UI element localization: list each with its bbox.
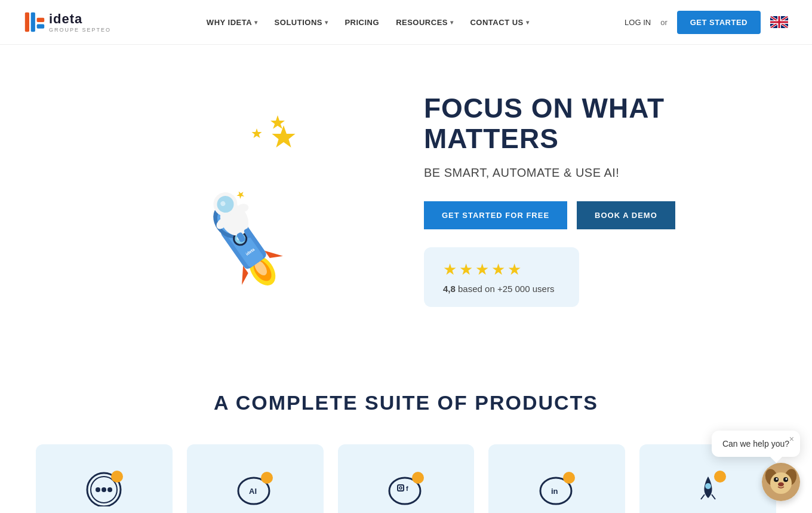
star-4: ★	[491, 260, 505, 279]
star-3: ★	[475, 260, 489, 279]
svg-point-34	[107, 487, 112, 492]
logo-name: ideta	[49, 11, 111, 27]
hero-buttons: GET STARTED FOR FREE BOOK A DEMO	[424, 201, 675, 229]
hero-section: ideta FOCUS ON WHAT M	[0, 45, 812, 355]
chevron-down-icon: ▾	[526, 19, 530, 26]
logo-icon	[24, 11, 45, 33]
main-nav: WHY IDETA ▾ SOLUTIONS ▾ PRICING RESOURCE…	[207, 18, 529, 27]
linkedin-assistant-icon: in	[533, 468, 581, 510]
nav-why-ideta[interactable]: WHY IDETA ▾	[207, 18, 258, 27]
svg-rect-40	[398, 485, 404, 491]
hero-content: FOCUS ON WHAT MATTERS BE SMART, AUTOMATE…	[400, 93, 764, 306]
header-right: LOG IN or GET STARTED	[625, 11, 788, 34]
star-5: ★	[508, 260, 521, 279]
svg-rect-0	[25, 13, 29, 32]
stars-decoration	[252, 115, 296, 148]
svg-point-32	[96, 487, 100, 492]
products-grid: Livechat Start interacting with AI AI Ch…	[36, 444, 776, 513]
chevron-down-icon: ▾	[450, 19, 454, 26]
svg-point-35	[111, 471, 123, 483]
svg-marker-6	[270, 115, 285, 129]
community-icon: f	[382, 468, 430, 510]
star-2: ★	[459, 260, 473, 279]
chat-close-button[interactable]: ×	[789, 434, 794, 444]
chat-bubble-text: Can we help you?	[722, 439, 789, 449]
logo-text: ideta GROUPE SEPTEO	[49, 11, 111, 33]
product-card-livechat[interactable]: Livechat Start interacting with	[36, 444, 173, 513]
rating-box: ★ ★ ★ ★ ★ 4,8 based on +25 000 users	[424, 247, 579, 307]
products-section: A COMPLETE SUITE OF PRODUCTS Livechat St…	[0, 355, 812, 513]
language-selector[interactable]	[770, 16, 788, 28]
chat-avatar[interactable]	[762, 463, 800, 501]
hero-image: ideta	[60, 87, 400, 314]
svg-marker-7	[252, 128, 262, 138]
nav-pricing[interactable]: PRICING	[345, 18, 379, 27]
rating-text: 4,8 based on +25 000 users	[443, 284, 560, 294]
svg-point-57	[778, 483, 784, 487]
nav-solutions[interactable]: SOLUTIONS ▾	[275, 18, 328, 27]
svg-rect-2	[37, 18, 45, 22]
svg-point-43	[412, 472, 424, 484]
hero-title: FOCUS ON WHAT MATTERS	[424, 93, 764, 153]
nav-contact-us[interactable]: CONTACT US ▾	[470, 18, 529, 27]
svg-marker-5	[272, 125, 295, 148]
hero-subtitle: BE SMART, AUTOMATE & USE AI!	[424, 166, 619, 180]
svg-point-38	[261, 472, 273, 484]
login-link[interactable]: LOG IN	[625, 18, 651, 27]
svg-rect-3	[37, 24, 45, 29]
product-card-linkedin[interactable]: in AI Assistant for Linkedin	[488, 444, 625, 513]
svg-rect-1	[31, 13, 35, 32]
book-demo-button[interactable]: BOOK A DEMO	[577, 201, 675, 229]
chatbot-icon: AI	[231, 468, 279, 510]
hero-illustration: ideta	[116, 105, 343, 296]
livechat-icon	[80, 468, 128, 510]
svg-text:in: in	[551, 487, 558, 496]
header: ideta GROUPE SEPTEO WHY IDETA ▾ SOLUTION…	[0, 0, 812, 45]
svg-point-47	[705, 483, 711, 489]
svg-point-33	[102, 487, 106, 492]
header-get-started-button[interactable]: GET STARTED	[677, 11, 761, 34]
svg-text:AI: AI	[249, 487, 257, 496]
nav-resources[interactable]: RESOURCES ▾	[396, 18, 453, 27]
svg-point-41	[399, 487, 402, 489]
product-card-chatbot[interactable]: AI AI Chatbot Build your own	[187, 444, 324, 513]
products-title: A COMPLETE SUITE OF PRODUCTS	[36, 391, 776, 414]
star-1: ★	[443, 260, 457, 279]
logo-subtext: GROUPE SEPTEO	[49, 27, 111, 33]
svg-marker-29	[235, 189, 245, 199]
svg-point-56	[786, 478, 788, 480]
chat-widget: × Can we help you?	[712, 431, 800, 501]
product-card-community[interactable]: f AI Community Manager	[338, 444, 475, 513]
star-rating: ★ ★ ★ ★ ★	[443, 260, 560, 279]
svg-point-55	[776, 478, 778, 480]
svg-text:f: f	[406, 485, 408, 492]
logo[interactable]: ideta GROUPE SEPTEO	[24, 11, 111, 33]
svg-marker-18	[233, 266, 252, 285]
or-label: or	[660, 18, 668, 27]
chevron-down-icon: ▾	[325, 19, 328, 26]
chevron-down-icon: ▾	[254, 19, 258, 26]
get-started-free-button[interactable]: GET STARTED FOR FREE	[424, 201, 567, 229]
chat-help-bubble: × Can we help you?	[712, 431, 800, 457]
svg-point-46	[563, 472, 575, 484]
